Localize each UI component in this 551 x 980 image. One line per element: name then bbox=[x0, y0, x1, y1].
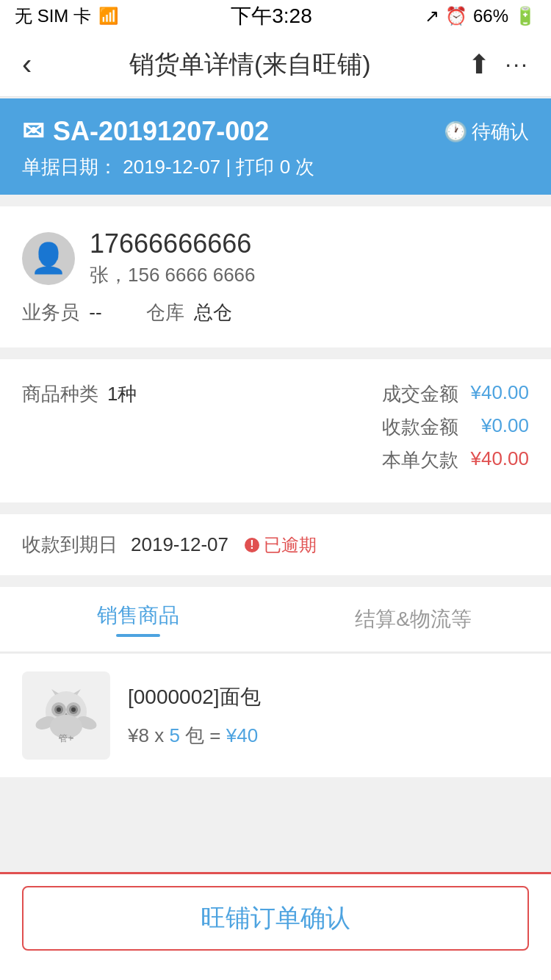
due-date-section: 收款到期日 2019-12-07 ! 已逾期 bbox=[0, 514, 551, 575]
svg-point-6 bbox=[71, 707, 76, 712]
product-thumbnail: 管+ bbox=[22, 671, 110, 760]
tabs-bar: 销售商品 结算&物流等 bbox=[0, 587, 551, 652]
customer-name: 张，156 6666 6666 bbox=[90, 262, 256, 288]
summary-left: 商品种类 1种 bbox=[22, 381, 137, 411]
tab-settlement-label: 结算&物流等 bbox=[355, 605, 472, 633]
more-button[interactable]: ··· bbox=[505, 51, 529, 78]
order-date-value: 2019-12-07 bbox=[123, 156, 220, 178]
product-price: ¥8 bbox=[128, 724, 149, 746]
warehouse-value: 总仓 bbox=[194, 301, 232, 323]
back-button[interactable]: ‹ bbox=[22, 48, 32, 81]
svg-text:管+: 管+ bbox=[59, 733, 73, 743]
product-details: [0000002]面包 ¥8 x 5 包 = ¥40 bbox=[128, 683, 529, 749]
status-right: ↗ ⏰ 66% 🔋 bbox=[425, 6, 536, 26]
confirm-button-label: 旺铺订单确认 bbox=[201, 901, 350, 935]
nav-actions: ⬆ ··· bbox=[468, 49, 529, 80]
overdue-badge: ! 已逾期 bbox=[245, 533, 317, 557]
due-date-label: 收款到期日 bbox=[22, 532, 118, 558]
received-value: ¥0.00 bbox=[481, 414, 529, 440]
page-title: 销货单详情(来自旺铺) bbox=[129, 48, 371, 82]
avatar-icon: 👤 bbox=[30, 241, 67, 275]
alarm-icon: ⏰ bbox=[445, 6, 467, 26]
date-label: 单据日期： bbox=[22, 156, 118, 178]
warehouse-label: 仓库 bbox=[146, 301, 184, 323]
location-icon: ↗ bbox=[425, 6, 439, 26]
warehouse-row: 仓库 总仓 bbox=[146, 300, 232, 325]
status-bar: 无 SIM 卡 📶 下午3:28 ↗ ⏰ 66% 🔋 bbox=[0, 0, 551, 32]
product-quantity: 5 bbox=[169, 724, 179, 746]
table-row: 管+ [0000002]面包 ¥8 x 5 包 = ¥40 bbox=[0, 654, 551, 778]
product-unit: 包 bbox=[185, 724, 204, 746]
received-label: 收款金额 bbox=[382, 414, 458, 440]
overdue-label: 已逾期 bbox=[264, 533, 317, 557]
product-name: [0000002]面包 bbox=[128, 683, 529, 711]
share-button[interactable]: ⬆ bbox=[468, 49, 490, 80]
product-image: 管+ bbox=[29, 686, 103, 745]
bottom-bar: 旺铺订单确认 bbox=[0, 872, 551, 980]
product-list: 管+ [0000002]面包 ¥8 x 5 包 = ¥40 bbox=[0, 654, 551, 778]
svg-point-5 bbox=[57, 707, 61, 712]
product-price-row: ¥8 x 5 包 = ¥40 bbox=[128, 723, 529, 749]
customer-info: 17666666666 张，156 6666 6666 bbox=[90, 228, 256, 288]
amount-value: ¥40.00 bbox=[470, 381, 529, 407]
tab-sales-products[interactable]: 销售商品 bbox=[0, 587, 276, 652]
customer-section: 👤 17666666666 张，156 6666 6666 业务员 -- 仓库 … bbox=[0, 206, 551, 347]
customer-meta: 业务员 -- 仓库 总仓 bbox=[22, 300, 529, 325]
salesperson-value: -- bbox=[89, 301, 101, 323]
status-left: 无 SIM 卡 📶 bbox=[15, 4, 118, 28]
battery-icon: 🔋 bbox=[514, 6, 536, 26]
due-date-value: 2019-12-07 bbox=[131, 533, 228, 556]
status-clock-icon: 🕐 bbox=[444, 120, 467, 143]
owing-value: ¥40.00 bbox=[470, 447, 529, 473]
order-date-row: 单据日期： 2019-12-07 | 打印 0 次 bbox=[22, 154, 529, 180]
tab-settlement[interactable]: 结算&物流等 bbox=[276, 587, 551, 652]
owing-label: 本单欠款 bbox=[382, 447, 458, 473]
status-time: 下午3:28 bbox=[231, 2, 312, 30]
salesperson-label: 业务员 bbox=[22, 301, 79, 323]
order-header: ✉ SA-20191207-002 🕐 待确认 单据日期： 2019-12-07… bbox=[0, 98, 551, 195]
carrier-label: 无 SIM 卡 bbox=[15, 4, 91, 28]
amount-label: 成交金额 bbox=[382, 381, 458, 407]
wifi-icon: 📶 bbox=[98, 7, 118, 26]
salesperson-row: 业务员 -- bbox=[22, 300, 102, 325]
tab-sales-label: 销售商品 bbox=[97, 602, 179, 630]
order-id-label: SA-20191207-002 bbox=[53, 116, 269, 147]
tab-underline bbox=[116, 634, 160, 637]
confirm-order-button[interactable]: 旺铺订单确认 bbox=[22, 886, 529, 951]
nav-bar: ‹ 销货单详情(来自旺铺) ⬆ ··· bbox=[0, 32, 551, 97]
battery-label: 66% bbox=[473, 6, 508, 26]
order-status-label: 待确认 bbox=[472, 119, 529, 145]
summary-section: 商品种类 1种 成交金额 ¥40.00 收款金额 ¥0.00 本单欠款 ¥40.… bbox=[0, 359, 551, 502]
customer-avatar: 👤 bbox=[22, 232, 75, 285]
order-id-icon: ✉ bbox=[22, 116, 44, 147]
product-multiply: x bbox=[154, 724, 169, 746]
product-type-label: 商品种类 bbox=[22, 381, 98, 407]
customer-phone: 17666666666 bbox=[90, 228, 256, 259]
overdue-icon: ! bbox=[245, 538, 259, 552]
summary-right: 成交金额 ¥40.00 收款金额 ¥0.00 本单欠款 ¥40.00 bbox=[382, 381, 529, 480]
print-info: | 打印 0 次 bbox=[226, 156, 314, 178]
product-total: ¥40 bbox=[226, 724, 258, 746]
product-equals: = bbox=[209, 724, 226, 746]
product-type-value: 1种 bbox=[107, 381, 137, 407]
